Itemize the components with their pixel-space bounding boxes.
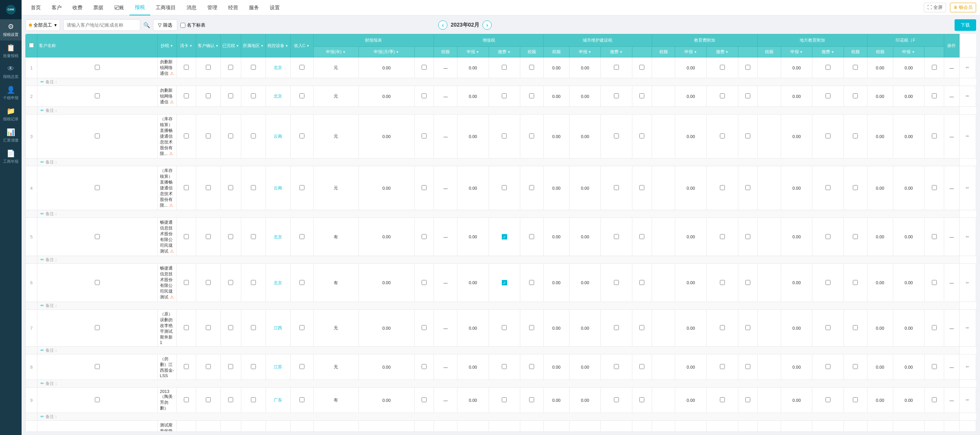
clear-card-checkbox[interactable] [206,364,211,369]
edit-icon[interactable]: ✏ [966,94,969,98]
device-cell[interactable] [290,115,313,158]
vat-declare-cb[interactable] [502,185,507,190]
vat-cancel[interactable] [520,421,543,432]
local-declare-cb[interactable] [825,364,830,369]
confirm-cell[interactable] [220,166,241,210]
edit-icon[interactable]: ✏ [966,398,969,402]
copy-tax-cell[interactable] [177,264,196,302]
local-declare[interactable] [812,264,844,302]
sidebar-item-annual[interactable]: 📄 工商年报 [0,146,22,167]
row-checkbox[interactable] [95,93,100,98]
vat-declare-cb[interactable] [502,93,507,98]
device-cell[interactable] [290,57,313,78]
confirm-cell[interactable] [220,115,241,158]
copy-tax-cell[interactable] [177,115,196,158]
device-cell[interactable] [290,310,313,347]
sidebar-item-summary[interactable]: 📊 汇算清缴 [0,125,22,146]
copy-tax-checkbox[interactable] [184,133,189,138]
nav-invoice[interactable]: 票据 [88,0,109,15]
paid-checkbox[interactable] [251,65,256,70]
local-declare-cb[interactable] [825,133,830,138]
edu-declare-cb[interactable] [720,133,725,138]
download-btn[interactable]: 下载 [955,19,976,31]
paid-checkbox[interactable] [251,185,256,190]
confirm-cell[interactable] [220,264,241,302]
edu-declare-cb[interactable] [720,65,725,70]
nav-operation[interactable]: 经营 [223,0,244,15]
clear-card-cell[interactable] [196,218,220,256]
copy-tax-checkbox[interactable] [184,325,189,330]
edu-declare[interactable] [706,264,738,302]
edu-cancel[interactable] [738,57,758,78]
vat-cancel[interactable] [520,86,543,107]
nav-bookkeeping[interactable]: 记账 [109,0,129,15]
sidebar-item-tax-record[interactable]: 📁 报税记录 [0,104,22,125]
fin-monthly-cb[interactable] [422,364,427,369]
edu-declare[interactable] [706,218,738,256]
local-declare-cb[interactable] [825,93,830,98]
paid-cell[interactable] [241,115,266,158]
row-checkbox[interactable] [95,397,100,402]
copy-tax-cell[interactable] [177,166,196,210]
row-checkbox-cell[interactable] [37,115,158,158]
edu-declare[interactable] [706,310,738,347]
vat-cancel[interactable] [520,115,543,158]
local-declare[interactable] [812,115,844,158]
edu-cancel[interactable] [738,166,758,210]
local-cancel[interactable] [844,421,867,432]
vat-cancel-cb[interactable] [529,325,534,330]
copy-tax-cell[interactable] [177,354,196,380]
row-checkbox[interactable] [95,364,100,369]
copy-tax-checkbox[interactable] [184,280,189,285]
urban-cancel-cb[interactable] [639,65,644,70]
row-checkbox[interactable] [95,133,100,138]
confirm-cell[interactable] [220,310,241,347]
fin-monthly-checkbox[interactable] [414,354,434,380]
fin-monthly-cb[interactable] [422,133,427,138]
operate-cell[interactable]: ✏ [959,354,976,380]
filter-btn[interactable]: ▽ 筛选 [153,19,177,31]
clear-card-checkbox[interactable] [206,280,211,285]
device-checkbox[interactable] [299,133,304,138]
copy-tax-cell[interactable] [177,86,196,107]
urban-declare[interactable] [601,421,632,432]
operate-cell[interactable]: ✏ [959,218,976,256]
clear-card-cell[interactable] [196,86,220,107]
local-cancel[interactable] [844,310,867,347]
paid-cell[interactable] [241,57,266,78]
fin-monthly-checkbox[interactable] [414,115,434,158]
paid-checkbox[interactable] [251,133,256,138]
stamp-declare-cb[interactable] [932,280,937,285]
device-checkbox[interactable] [299,280,304,285]
confirm-checkbox[interactable] [228,133,233,138]
vat-declare-cb[interactable] [502,133,507,138]
stamp-declare[interactable] [925,388,944,413]
row-checkbox-cell[interactable] [37,166,158,210]
local-declare[interactable] [812,354,844,380]
edu-cancel[interactable] [738,264,758,302]
edu-cancel-cb[interactable] [745,93,750,98]
row-checkbox-cell[interactable] [37,264,158,302]
fin-monthly-checkbox[interactable] [414,421,434,432]
paid-checkbox[interactable] [251,325,256,330]
urban-cancel-cb[interactable] [639,185,644,190]
clear-card-cell[interactable] [196,310,220,347]
local-cancel-cb[interactable] [853,93,858,98]
fin-monthly-cb[interactable] [422,234,427,239]
edu-cancel[interactable] [738,86,758,107]
urban-declare[interactable] [601,264,632,302]
sidebar-item-batch-tax[interactable]: 📋 批量报税 [0,40,22,62]
device-cell[interactable] [290,388,313,413]
stamp-declare[interactable] [925,115,944,158]
urban-declare[interactable] [601,310,632,347]
paid-cell[interactable] [241,166,266,210]
local-cancel[interactable] [844,166,867,210]
edit-icon[interactable]: ✏ [966,134,969,138]
vat-cancel[interactable] [520,218,543,256]
edu-cancel[interactable] [738,115,758,158]
vat-declare[interactable] [489,86,520,107]
local-cancel[interactable] [844,264,867,302]
urban-declare-cb[interactable] [614,93,619,98]
local-cancel-cb[interactable] [853,65,858,70]
edu-cancel-cb[interactable] [745,325,750,330]
